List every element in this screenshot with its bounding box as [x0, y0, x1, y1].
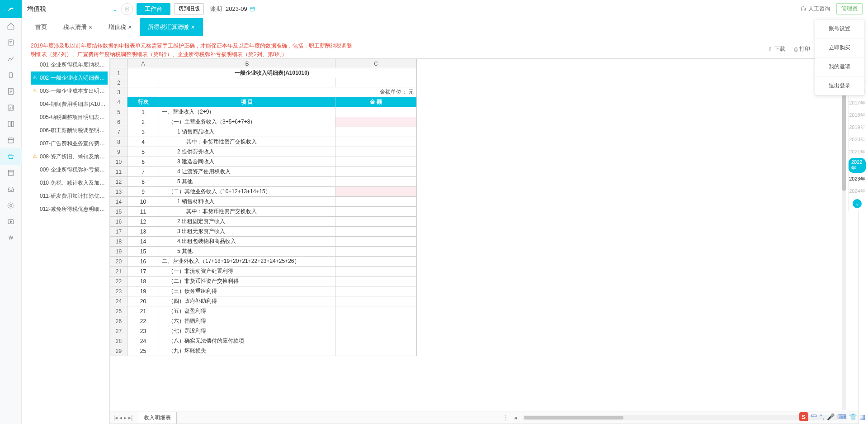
form-item-1[interactable]: ⚠002-一般企业收入明细表(A1... [31, 71, 108, 85]
entity-selector[interactable]: 增值税 ⌄ [27, 5, 118, 13]
row-header[interactable]: 28 [110, 336, 127, 346]
tab-close-icon[interactable]: × [89, 24, 92, 31]
workbench-button[interactable]: 工作台 [137, 3, 170, 15]
sheet-first-icon[interactable]: |◂ [113, 414, 118, 421]
dropdown-item-2[interactable]: 我的邀请 [815, 57, 864, 76]
row-header[interactable]: 14 [110, 197, 127, 207]
tab-close-icon[interactable]: × [128, 24, 132, 31]
row-header[interactable]: 24 [110, 296, 127, 306]
item-cell[interactable]: （五）盘盈利得 [159, 306, 335, 316]
form-item-2[interactable]: ⚠003-一般企业成本支出明细... [31, 85, 108, 98]
ime-toolbox-icon[interactable]: ▦ [859, 413, 865, 420]
nav-settings-icon[interactable] [0, 197, 22, 214]
amount-cell[interactable] [335, 237, 417, 247]
sheet-last-icon[interactable]: ▸| [128, 414, 132, 421]
item-cell[interactable]: （二）其他业务收入（10+12+13+14+15） [159, 187, 335, 197]
amount-cell[interactable] [335, 207, 417, 217]
ime-mic-icon[interactable]: 🎤 [827, 413, 835, 420]
switch-old-button[interactable]: 切到旧版 [174, 3, 204, 14]
row-header[interactable]: 9 [110, 147, 127, 157]
item-cell[interactable]: 一、营业收入（2+9） [159, 107, 335, 117]
sheet-hscrollbar[interactable] [523, 415, 847, 420]
row-header[interactable]: 1 [110, 68, 127, 78]
amount-cell[interactable] [335, 276, 417, 286]
sheet-tab[interactable]: 收入明细表 [138, 412, 177, 424]
item-cell[interactable]: 3.建造合同收入 [159, 157, 335, 167]
item-cell[interactable]: 其中：非货币性资产交换收入 [159, 207, 335, 217]
sheet-next-icon[interactable]: ▸ [124, 414, 127, 421]
row-header[interactable]: 26 [110, 316, 127, 326]
row-header[interactable]: 8 [110, 137, 127, 147]
tab-0[interactable]: 首页 [27, 18, 55, 36]
form-item-7[interactable]: ⚠008-资产折旧、摊销及纳税... [31, 150, 108, 163]
nav-archive-icon[interactable] [0, 165, 22, 181]
ime-skin-icon[interactable]: 👕 [849, 413, 857, 420]
amount-cell[interactable] [335, 117, 417, 127]
amount-cell[interactable] [335, 157, 417, 167]
row-header[interactable]: 19 [110, 247, 127, 257]
form-item-5[interactable]: 006-职工薪酬纳税调整明细... [31, 124, 108, 137]
item-cell[interactable]: 3.出租无形资产收入 [159, 227, 335, 237]
tab-2[interactable]: 增值税× [100, 18, 140, 36]
nav-vip-icon[interactable] [0, 230, 22, 246]
row-header[interactable]: 29 [110, 346, 127, 356]
item-cell[interactable]: 二、营业外收入（17+18+19+20+21+22+23+24+25+26） [159, 257, 335, 267]
amount-cell[interactable] [335, 187, 417, 197]
nav-chart-icon[interactable] [0, 51, 22, 67]
row-header[interactable]: 22 [110, 276, 127, 286]
year-2023年[interactable]: 2023年 [849, 173, 865, 185]
row-header[interactable]: 16 [110, 217, 127, 227]
col-header[interactable]: C [335, 59, 417, 68]
ime-badge[interactable]: S [799, 412, 808, 421]
item-cell[interactable]: （二）非货币性资产交换利得 [159, 276, 335, 286]
row-header[interactable]: 5 [110, 107, 127, 117]
period-picker[interactable]: 2023-09 [226, 5, 255, 12]
row-header[interactable]: 27 [110, 326, 127, 336]
form-item-11[interactable]: 012-减免所得税优惠明细表(... [31, 203, 108, 216]
nav-template-icon[interactable] [0, 116, 22, 132]
row-header[interactable]: 10 [110, 157, 127, 167]
tab-3[interactable]: 所得税汇算清缴× [140, 18, 203, 36]
year-2020年[interactable]: 2020年 [849, 133, 865, 146]
year-2024年[interactable]: 2024年 [849, 185, 865, 197]
row-header[interactable]: 11 [110, 167, 127, 177]
item-cell[interactable]: （六）捐赠利得 [159, 316, 335, 326]
item-cell[interactable]: （三）债务重组利得 [159, 286, 335, 296]
row-header[interactable]: 21 [110, 267, 127, 276]
content-vscrollbar[interactable] [842, 63, 846, 410]
admin-button[interactable]: 管理员 [836, 3, 863, 14]
item-cell[interactable]: （一）非流动资产处置利得 [159, 267, 335, 276]
amount-cell[interactable] [335, 286, 417, 296]
amount-cell[interactable] [335, 336, 417, 346]
amount-cell[interactable] [335, 227, 417, 237]
year-2019年[interactable]: 2019年 [849, 121, 865, 133]
row-header[interactable]: 23 [110, 286, 127, 296]
consult-link[interactable]: 人工咨询 [800, 5, 830, 13]
item-cell[interactable]: （七）罚没利得 [159, 326, 335, 336]
row-header[interactable]: 18 [110, 237, 127, 247]
amount-cell[interactable] [335, 127, 417, 137]
amount-cell[interactable] [335, 316, 417, 326]
row-header[interactable]: 12 [110, 177, 127, 187]
nav-tax-icon[interactable] [0, 148, 22, 165]
form-item-9[interactable]: 010-免税、减计收入及加计... [31, 176, 108, 190]
amount-cell[interactable] [335, 346, 417, 356]
download-button[interactable]: ⇩下载 [768, 45, 785, 53]
ime-punct-icon[interactable]: °, [820, 413, 825, 420]
item-cell[interactable]: 2.提供劳务收入 [159, 147, 335, 157]
amount-cell[interactable] [335, 217, 417, 227]
form-item-6[interactable]: 007-广告费和业务宣传费跨... [31, 137, 108, 150]
item-cell[interactable]: 4.让渡资产使用权收入 [159, 167, 335, 177]
item-cell[interactable]: 其中：非货币性资产交换收入 [159, 137, 335, 147]
sheet-prev-icon[interactable]: ◂ [119, 414, 122, 421]
dropdown-item-1[interactable]: 立即购买 [815, 38, 864, 57]
row-header[interactable]: 3 [110, 87, 127, 97]
col-header[interactable]: B [159, 59, 335, 68]
row-header[interactable]: 15 [110, 207, 127, 217]
row-header[interactable]: 7 [110, 127, 127, 137]
amount-cell[interactable] [335, 326, 417, 336]
note-button[interactable] [121, 3, 133, 15]
amount-cell[interactable] [335, 296, 417, 306]
item-cell[interactable]: 5.其他 [159, 247, 335, 257]
item-cell[interactable]: 1.销售商品收入 [159, 127, 335, 137]
